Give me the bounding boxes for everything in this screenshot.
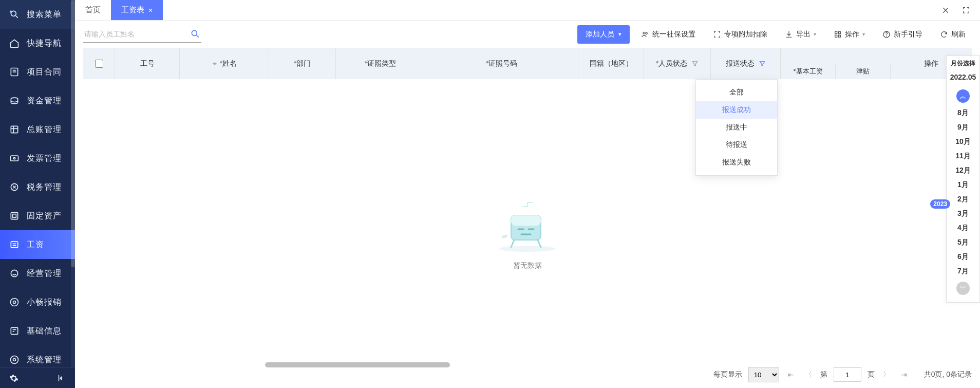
social-settings-button[interactable]: 统一社保设置 [635, 25, 702, 44]
svg-point-19 [11, 299, 18, 306]
month-panel-header: 月份选择 [947, 56, 979, 71]
month-item[interactable]: 3月 [947, 207, 979, 221]
filter-icon[interactable] [759, 60, 766, 67]
svg-rect-14 [13, 214, 16, 218]
svg-point-29 [643, 32, 645, 34]
empty-state: 暂无数据 [492, 192, 563, 270]
page-prefix: 第 [820, 370, 827, 379]
export-icon [785, 30, 793, 39]
svg-rect-34 [838, 35, 840, 37]
svg-rect-33 [835, 35, 837, 37]
grid-icon [834, 30, 842, 39]
month-item[interactable]: 8月 [947, 106, 979, 120]
asset-icon [9, 211, 20, 221]
filter-option-all[interactable]: 全部 [696, 84, 777, 101]
last-page-button[interactable]: ⇥ [898, 369, 910, 380]
month-item[interactable]: 7月 [947, 264, 979, 279]
salary-icon [9, 239, 20, 250]
next-page-button[interactable]: 〉 [881, 369, 892, 380]
th-person-status[interactable]: *人员状态 [644, 48, 711, 79]
sidebar-item-salary[interactable]: 工资 [0, 230, 75, 259]
month-item[interactable]: 10月 [947, 135, 979, 149]
link-label: 专项附加扣除 [724, 30, 767, 39]
th-name[interactable]: *姓名 [180, 48, 269, 79]
sidebar-item-label: 资金管理 [27, 96, 62, 106]
month-scroll-up[interactable]: ︽ [956, 89, 970, 103]
page-summary: 共0页, 0条记录 [924, 370, 972, 379]
operate-button[interactable]: 操作 ▾ [827, 25, 871, 44]
sidebar-item-business[interactable]: 经营管理 [0, 259, 75, 288]
collapse-icon[interactable] [56, 374, 66, 383]
th-allowance[interactable]: 津贴 [836, 64, 891, 79]
month-item[interactable]: 2月 [947, 192, 979, 207]
month-item[interactable]: 9月 [947, 120, 979, 135]
th-nationality[interactable]: 国籍（地区） [578, 48, 644, 79]
sidebar-item-label: 固定资产 [27, 211, 62, 221]
tab-salary-sheet[interactable]: 工资表 × [111, 0, 163, 20]
svg-rect-32 [838, 31, 840, 33]
chevron-down-icon: ▾ [618, 31, 621, 38]
search-icon[interactable] [190, 29, 200, 39]
sidebar-item-search[interactable]: 搜索菜单 [0, 0, 75, 29]
svg-line-28 [197, 35, 199, 37]
search-input[interactable] [83, 26, 201, 43]
scan-icon [713, 30, 721, 39]
export-button[interactable]: 导出 ▾ [779, 25, 822, 44]
filter-option-fail[interactable]: 报送失败 [696, 154, 777, 171]
th-base-salary[interactable]: *基本工资 [781, 64, 836, 79]
settings-icon [9, 355, 20, 365]
chevron-down-icon: ▾ [862, 31, 865, 37]
sidebar-item-invoice[interactable]: 发票管理 [0, 144, 75, 173]
th-report-status[interactable]: 报送状态 全部 报送成功 报送中 待报送 报送失败 [711, 48, 781, 79]
button-label: 添加人员 [586, 30, 614, 39]
prev-page-button[interactable]: 〈 [803, 369, 814, 380]
tab-close-button[interactable] [937, 2, 954, 19]
th-emp-no[interactable]: 工号 [115, 48, 180, 79]
filter-option-wait[interactable]: 待报送 [696, 136, 777, 154]
month-item[interactable]: 1月 [947, 178, 979, 192]
month-item[interactable]: 6月 [947, 250, 979, 264]
fullscreen-button[interactable] [957, 2, 975, 19]
month-item[interactable]: 12月 [947, 163, 979, 178]
deduction-button[interactable]: 专项附加扣除 [707, 25, 774, 44]
th-id-no[interactable]: *证照号码 [425, 48, 578, 79]
gear-icon[interactable] [9, 374, 18, 383]
refresh-icon [940, 30, 948, 39]
tab-home[interactable]: 首页 [75, 0, 111, 20]
sidebar-item-funds[interactable]: 资金管理 [0, 86, 75, 115]
filter-icon[interactable] [691, 60, 699, 67]
th-dept[interactable]: *部门 [269, 48, 336, 79]
sidebar-item-tax[interactable]: 税务管理 [0, 173, 75, 201]
month-scroll-down[interactable]: ︾ [956, 282, 970, 295]
per-page-select[interactable]: 10 [748, 367, 779, 382]
month-item[interactable]: 4月 [947, 221, 979, 235]
month-item[interactable]: 5月 [947, 235, 979, 250]
sort-icon[interactable] [212, 60, 218, 68]
sidebar-item-quicknav[interactable]: 快捷导航 [0, 29, 75, 58]
page-input[interactable] [834, 367, 861, 382]
sidebar-item-expense[interactable]: 小畅报销 [0, 288, 75, 317]
first-page-button[interactable]: ⇤ [785, 369, 797, 380]
svg-rect-10 [11, 156, 18, 161]
money-icon [9, 96, 20, 106]
month-item[interactable]: 11月 [947, 149, 979, 163]
sidebar-item-baseinfo[interactable]: 基础信息 [0, 317, 75, 345]
help-icon [882, 30, 891, 39]
refresh-button[interactable]: 刷新 [934, 25, 972, 44]
contract-icon [9, 67, 20, 77]
add-person-button[interactable]: 添加人员 ▾ [577, 25, 630, 44]
th-id-type[interactable]: *证照类型 [336, 48, 425, 79]
sidebar-item-ledger[interactable]: 总账管理 [0, 115, 75, 144]
sidebar-item-system[interactable]: 系统管理 [0, 345, 75, 367]
table-header-row: 工号 *姓名 *部门 *证照类型 *证照号码 国籍（地区） *人员状态 报送状态… [83, 48, 972, 79]
guide-button[interactable]: 新手引导 [876, 25, 929, 44]
link-label: 统一社保设置 [652, 30, 695, 39]
select-all-checkbox[interactable] [95, 60, 103, 68]
per-page-label: 每页显示 [713, 370, 742, 379]
filter-option-pending[interactable]: 报送中 [696, 119, 777, 136]
close-icon[interactable]: × [148, 6, 153, 14]
sidebar-item-contract[interactable]: 项目合同 [0, 58, 75, 86]
sidebar-scrollbar[interactable] [71, 0, 75, 367]
sidebar-item-assets[interactable]: 固定资产 [0, 201, 75, 230]
filter-option-success[interactable]: 报送成功 [696, 101, 777, 119]
